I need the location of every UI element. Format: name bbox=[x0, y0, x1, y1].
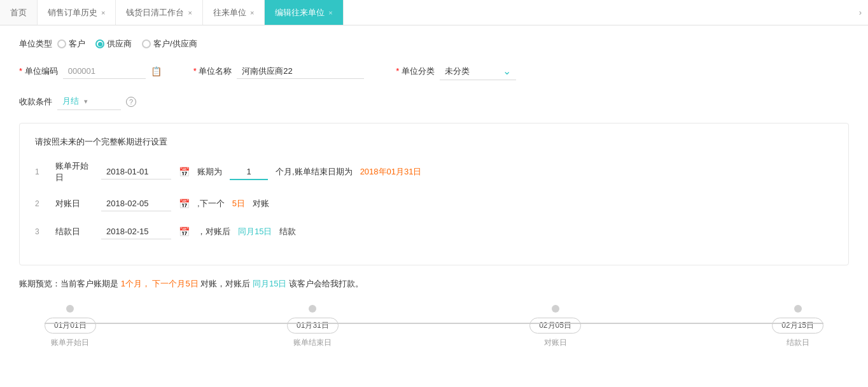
timeline-label-1: 账单开始日 bbox=[51, 337, 89, 348]
calendar-icon-3[interactable]: 📅 bbox=[179, 227, 190, 237]
unit-category-group: 单位分类 未分类 ⌄ bbox=[396, 62, 516, 80]
tab-home[interactable]: 首页 bbox=[0, 0, 38, 25]
radio-customer[interactable]: 客户 bbox=[57, 38, 85, 50]
close-icon[interactable]: × bbox=[101, 9, 105, 17]
tab-sales-history[interactable]: 销售订单历史 × bbox=[38, 0, 116, 25]
period-input[interactable] bbox=[230, 164, 268, 180]
unit-type-group: 单位类型 客户 供应商 客户/供应商 bbox=[19, 38, 197, 50]
timeline-node-1: 01月01日 账单开始日 bbox=[45, 305, 96, 348]
settle-desc-prefix: ，对账后 bbox=[197, 226, 230, 237]
preview-next: 下一个月5日 bbox=[152, 279, 198, 288]
period-end-date: 2018年01月31日 bbox=[360, 166, 422, 178]
unit-name-input[interactable] bbox=[237, 64, 364, 79]
payment-condition-select[interactable]: 月结 ▾ bbox=[57, 93, 121, 110]
timeline-line bbox=[45, 323, 823, 324]
preview-suffix: 该客户会给我打款。 bbox=[289, 279, 363, 288]
unit-code-group: 单位编码 📋 bbox=[19, 64, 162, 79]
row-num-2: 2 bbox=[35, 199, 48, 208]
unit-code-label: 单位编码 bbox=[19, 66, 58, 77]
row-label-3: 结款日 bbox=[55, 226, 94, 237]
timeline-node-2: 01月31日 账单结束日 bbox=[287, 305, 339, 348]
timeline-dot-2 bbox=[309, 305, 316, 313]
unit-category-label: 单位分类 bbox=[396, 66, 435, 77]
reconcile-desc-suffix: 对账 bbox=[253, 198, 269, 209]
main-content: 单位类型 客户 供应商 客户/供应商 单位编码 📋 bbox=[0, 25, 868, 387]
timeline-dot-1 bbox=[66, 305, 74, 313]
settle-day-highlight: 同月15日 bbox=[238, 226, 272, 237]
period-row-3: 3 结款日 📅 ，对账后 同月15日 结款 bbox=[35, 224, 833, 239]
close-icon[interactable]: × bbox=[188, 9, 192, 17]
chevron-right-icon: › bbox=[859, 8, 862, 17]
unit-category-value: 未分类 bbox=[445, 66, 470, 77]
timeline-label-3: 对账日 bbox=[544, 337, 567, 348]
timeline-label-4: 结款日 bbox=[787, 337, 809, 348]
radio-customer-label: 客户 bbox=[69, 38, 85, 50]
period-row-1: 1 账单开始日 📅 账期为 个月,账单结束日期为 2018年01月31日 bbox=[35, 160, 833, 183]
close-icon[interactable]: × bbox=[250, 9, 254, 17]
payment-condition-value: 月结 bbox=[62, 95, 79, 107]
payment-condition-label: 收款条件 bbox=[19, 96, 52, 108]
row-num-1: 1 bbox=[35, 167, 48, 176]
settle-date-input[interactable] bbox=[101, 224, 171, 239]
unit-type-label: 单位类型 bbox=[19, 38, 52, 50]
unit-info-row: 单位编码 📋 单位名称 单位分类 未分类 ⌄ bbox=[19, 62, 849, 80]
radio-circle-customer bbox=[57, 39, 66, 48]
payment-condition-row: 收款条件 月结 ▾ ? bbox=[19, 93, 849, 110]
tab-partners[interactable]: 往来单位 × bbox=[203, 0, 265, 25]
preview-period: 1个月， bbox=[121, 279, 150, 288]
tab-edit-partner[interactable]: 编辑往来单位 × bbox=[265, 0, 343, 25]
tab-edit-partner-label: 编辑往来单位 bbox=[275, 7, 325, 18]
reconcile-day-highlight: 5日 bbox=[232, 198, 245, 209]
unit-name-group: 单位名称 bbox=[193, 64, 365, 79]
tab-cash-workbench-label: 钱货日清工作台 bbox=[126, 7, 184, 18]
reconcile-date-input[interactable] bbox=[101, 196, 171, 211]
period-section: 请按照未来的一个完整帐期进行设置 1 账单开始日 📅 账期为 个月,账单结束日期… bbox=[19, 123, 849, 265]
radio-supplier-label: 供应商 bbox=[107, 38, 132, 50]
row-label-1: 账单开始日 bbox=[55, 160, 94, 183]
tab-cash-workbench[interactable]: 钱货日清工作台 × bbox=[116, 0, 202, 25]
preview-settle: 同月15日 bbox=[253, 279, 286, 288]
close-icon[interactable]: × bbox=[328, 9, 332, 17]
reconcile-desc-prefix: ,下一个 bbox=[197, 198, 225, 209]
row-label-2: 对账日 bbox=[55, 198, 94, 209]
unit-code-input[interactable] bbox=[63, 64, 146, 79]
timeline-badge-4: 02月15日 bbox=[772, 318, 823, 334]
radio-circle-both bbox=[142, 39, 151, 48]
tab-bar: 首页 销售订单历史 × 钱货日清工作台 × 往来单位 × 编辑往来单位 × › bbox=[0, 0, 868, 25]
timeline-node-4: 02月15日 结款日 bbox=[772, 305, 823, 348]
timeline-label-2: 账单结束日 bbox=[293, 337, 332, 348]
preview-mid: 对账，对账后 bbox=[200, 279, 250, 288]
timeline-nodes: 01月01日 账单开始日 01月31日 账单结束日 02月05日 对账日 02月… bbox=[45, 305, 823, 348]
radio-supplier[interactable]: 供应商 bbox=[95, 38, 132, 50]
timeline-dot-3 bbox=[552, 305, 559, 313]
radio-both[interactable]: 客户/供应商 bbox=[142, 38, 197, 50]
radio-circle-supplier bbox=[95, 39, 104, 48]
start-date-input[interactable] bbox=[101, 164, 171, 179]
calendar-icon-2[interactable]: 📅 bbox=[179, 199, 190, 209]
settle-desc-suffix: 结款 bbox=[279, 226, 296, 237]
unit-category-select[interactable]: 未分类 ⌄ bbox=[440, 62, 516, 80]
chevron-down-icon: ⌄ bbox=[503, 65, 511, 77]
tab-expand-button[interactable]: › bbox=[853, 0, 868, 25]
timeline-dot-4 bbox=[794, 305, 802, 313]
unit-type-radio-group: 客户 供应商 客户/供应商 bbox=[57, 38, 197, 50]
row-num-3: 3 bbox=[35, 227, 48, 236]
help-icon[interactable]: ? bbox=[126, 97, 136, 107]
timeline-badge-2: 01月31日 bbox=[287, 318, 339, 334]
period-row-2: 2 对账日 📅 ,下一个 5日 对账 bbox=[35, 196, 833, 211]
preview-section: 账期预览：当前客户账期是 1个月， 下一个月5日 对账，对账后 同月15日 该客… bbox=[19, 278, 849, 290]
period-desc-suffix: 个月,账单结束日期为 bbox=[276, 166, 353, 178]
timeline-badge-3: 02月05日 bbox=[529, 318, 581, 334]
radio-both-label: 客户/供应商 bbox=[153, 38, 197, 50]
unit-type-row: 单位类型 客户 供应商 客户/供应商 bbox=[19, 38, 849, 50]
timeline-section: 01月01日 账单开始日 01月31日 账单结束日 02月05日 对账日 02月… bbox=[19, 305, 849, 348]
copy-icon[interactable]: 📋 bbox=[151, 66, 162, 76]
tab-home-label: 首页 bbox=[10, 7, 27, 18]
tab-sales-history-label: 销售订单历史 bbox=[48, 7, 97, 18]
calendar-icon-1[interactable]: 📅 bbox=[179, 167, 190, 177]
unit-name-label: 单位名称 bbox=[193, 66, 232, 77]
timeline-node-3: 02月05日 对账日 bbox=[529, 305, 581, 348]
period-desc-prefix: 账期为 bbox=[197, 166, 222, 178]
chevron-down-icon: ▾ bbox=[84, 97, 88, 106]
payment-condition-group: 收款条件 月结 ▾ ? bbox=[19, 93, 136, 110]
